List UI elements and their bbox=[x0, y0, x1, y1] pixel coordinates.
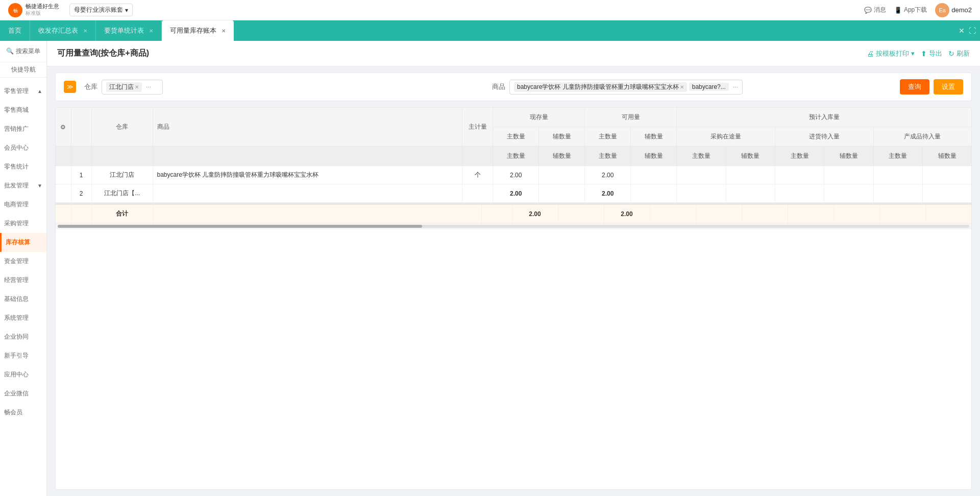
row1-product: babycare学饮杯 儿童防摔防撞吸管杯重力球吸嘴杯宝宝水杯 bbox=[153, 166, 462, 184]
th-sub-settings bbox=[56, 147, 71, 166]
query-button[interactable]: 查询 bbox=[900, 79, 929, 95]
search-menu-btn[interactable]: 🔍 搜索菜单 bbox=[4, 45, 42, 58]
th-no bbox=[71, 108, 91, 147]
total-unit bbox=[481, 204, 512, 223]
scrollbar-thumb[interactable] bbox=[58, 225, 422, 228]
content-header: 可用量查询(按仓库+商品) 🖨 按模板打印 ▾ ⬆ 导出 ↻ 刷新 bbox=[47, 41, 980, 66]
horizontal-scrollbar[interactable] bbox=[56, 223, 971, 229]
member-label: 会员中心 bbox=[4, 144, 29, 152]
row2-stock-main: 2.00 bbox=[493, 184, 539, 203]
th-inbound-group-title: 进货待入量 bbox=[775, 127, 873, 147]
settings-button[interactable]: 设置 bbox=[934, 79, 963, 95]
th-product: 商品 bbox=[153, 108, 462, 147]
app-download-btn[interactable]: 📱 App下载 bbox=[894, 6, 927, 14]
export-btn[interactable]: ⬆ 导出 bbox=[921, 49, 942, 58]
product-filter-value[interactable]: babycare学饮杯 儿童防摔防撞吸管杯重力球吸嘴杯宝宝水杯 ✕ babyca… bbox=[509, 80, 743, 95]
tab-order[interactable]: 要货单统计表 ✕ bbox=[96, 20, 162, 41]
sidebar-item-corpwechat[interactable]: 企业微信 bbox=[0, 384, 46, 403]
total-production-main bbox=[879, 204, 925, 223]
sidebar-item-member2[interactable]: 畅会员 bbox=[0, 403, 46, 422]
sidebar-item-newguide[interactable]: 新手引导 bbox=[0, 346, 46, 365]
sidebar-item-basic[interactable]: 基础信息 bbox=[0, 290, 46, 309]
product-tag-1-close-icon[interactable]: ✕ bbox=[680, 84, 684, 90]
sidebar-item-ecommerce[interactable]: 电商管理 bbox=[0, 195, 46, 214]
product-more-icon[interactable]: ··· bbox=[733, 83, 738, 90]
user-area[interactable]: Ea demo2 bbox=[935, 3, 972, 17]
tab-receivepay-label: 收发存汇总表 bbox=[38, 26, 78, 35]
tab-home[interactable]: 首页 bbox=[0, 20, 30, 41]
th-available-qty-group: 可用量 bbox=[585, 108, 677, 127]
avatar: Ea bbox=[935, 3, 949, 17]
table-container: ⚙ 仓库 商品 主计量 bbox=[55, 107, 972, 490]
message-btn[interactable]: 💬 消息 bbox=[864, 6, 886, 14]
th-sub-warehouse bbox=[91, 147, 153, 166]
tab-close-all-icon[interactable]: ✕ bbox=[959, 27, 965, 35]
th-sub-avail-main: 主数量 bbox=[585, 147, 631, 166]
total-inbound-main bbox=[788, 204, 834, 223]
row2-product bbox=[153, 184, 462, 203]
sidebar-item-purchase[interactable]: 采购管理 bbox=[0, 214, 46, 233]
sidebar-item-finance[interactable]: 资金管理 bbox=[0, 252, 46, 271]
product-tag-1-text: babycare学饮杯 儿童防摔防撞吸管杯重力球吸嘴杯宝宝水杯 bbox=[517, 83, 679, 91]
th-sub-production-main: 主数量 bbox=[873, 147, 922, 166]
product-tag-2-text: babycare?... bbox=[692, 83, 726, 90]
wholesale-mgmt-arrow-icon: ▼ bbox=[37, 183, 42, 188]
app-label: App下载 bbox=[904, 6, 927, 14]
warehouse-tag-close-icon[interactable]: ✕ bbox=[135, 84, 139, 90]
th-sub-no bbox=[71, 147, 91, 166]
total-stock-main: 2.00 bbox=[512, 204, 558, 223]
warehouse-more-icon[interactable]: ··· bbox=[146, 83, 151, 90]
print-btn[interactable]: 🖨 按模板打印 ▾ bbox=[867, 49, 915, 58]
filter-toggle-btn[interactable]: ≫ bbox=[64, 81, 76, 93]
member2-label: 畅会员 bbox=[4, 408, 22, 417]
tab-inventory-label: 可用量库存账本 bbox=[170, 26, 216, 35]
row1-purchase-main bbox=[677, 166, 726, 184]
row1-settings bbox=[56, 166, 71, 184]
main-layout: 🔍 搜索菜单 快捷导航 零售管理 ▲ 零售商城 营销推广 会员中心 零售统计 bbox=[0, 41, 980, 496]
total-avail-aux bbox=[650, 204, 696, 223]
sidebar-item-member[interactable]: 会员中心 bbox=[0, 138, 46, 157]
settings-gear-icon[interactable]: ⚙ bbox=[60, 124, 66, 131]
th-sub-production-aux: 辅数量 bbox=[923, 147, 971, 166]
row2-inbound-main bbox=[775, 184, 824, 203]
logo-area: 畅 畅捷通好生意 标准版 bbox=[8, 3, 59, 17]
appcenter-label: 应用中心 bbox=[4, 370, 29, 379]
sidebar-item-inventory-check[interactable]: 库存核算 bbox=[0, 233, 46, 252]
inventory-check-label: 库存核算 bbox=[6, 238, 30, 247]
message-icon: 💬 bbox=[864, 7, 872, 14]
sidebar-item-retail-stats[interactable]: 零售统计 bbox=[0, 157, 46, 176]
tab-fullscreen-icon[interactable]: ⛶ bbox=[969, 27, 976, 35]
sidebar-item-operations[interactable]: 经营管理 bbox=[0, 271, 46, 290]
page-title: 可用量查询(按仓库+商品) bbox=[57, 48, 149, 59]
sidebar-item-appcenter[interactable]: 应用中心 bbox=[0, 365, 46, 384]
th-sub-inbound-aux: 辅数量 bbox=[824, 147, 873, 166]
tab-inventory[interactable]: 可用量库存账本 ✕ bbox=[162, 20, 234, 41]
sidebar-item-marketing[interactable]: 营销推广 bbox=[0, 120, 46, 138]
tab-inventory-close-icon[interactable]: ✕ bbox=[222, 28, 226, 34]
tab-receivepay[interactable]: 收发存汇总表 ✕ bbox=[30, 20, 96, 41]
sidebar-item-enterprise[interactable]: 企业协同 bbox=[0, 327, 46, 346]
content-area: 可用量查询(按仓库+商品) 🖨 按模板打印 ▾ ⬆ 导出 ↻ 刷新 bbox=[47, 41, 980, 496]
row1-production-main bbox=[873, 166, 922, 184]
print-chevron-icon: ▾ bbox=[911, 50, 915, 57]
warehouse-filter-value[interactable]: 江北门店 ✕ ··· bbox=[102, 80, 163, 95]
refresh-btn[interactable]: ↻ 刷新 bbox=[948, 49, 970, 58]
row1-production-aux bbox=[923, 166, 971, 184]
ecommerce-label: 电商管理 bbox=[4, 200, 29, 209]
tab-receivepay-close-icon[interactable]: ✕ bbox=[83, 28, 87, 34]
th-sub-purchase-main: 主数量 bbox=[677, 147, 726, 166]
sidebar-item-wholesale-mgmt[interactable]: 批发管理 ▼ bbox=[0, 176, 46, 195]
total-label: 合计 bbox=[91, 204, 153, 223]
th-sub-stock-aux: 辅数量 bbox=[539, 147, 585, 166]
sidebar-item-retail-mall[interactable]: 零售商城 bbox=[0, 101, 46, 120]
th-current-stock-group: 现存量 bbox=[493, 108, 585, 127]
sidebar-item-retail-mgmt[interactable]: 零售管理 ▲ bbox=[0, 82, 46, 101]
row2-no: 2 bbox=[71, 184, 91, 203]
corpwechat-label: 企业微信 bbox=[4, 389, 29, 398]
quick-nav-btn[interactable]: 快捷导航 bbox=[0, 62, 46, 78]
tab-order-close-icon[interactable]: ✕ bbox=[149, 28, 153, 34]
row2-avail-aux bbox=[631, 184, 677, 203]
store-selector[interactable]: 母婴行业演示账套 ▾ bbox=[69, 4, 133, 16]
print-icon: 🖨 bbox=[867, 50, 874, 58]
sidebar-item-system[interactable]: 系统管理 bbox=[0, 309, 46, 327]
